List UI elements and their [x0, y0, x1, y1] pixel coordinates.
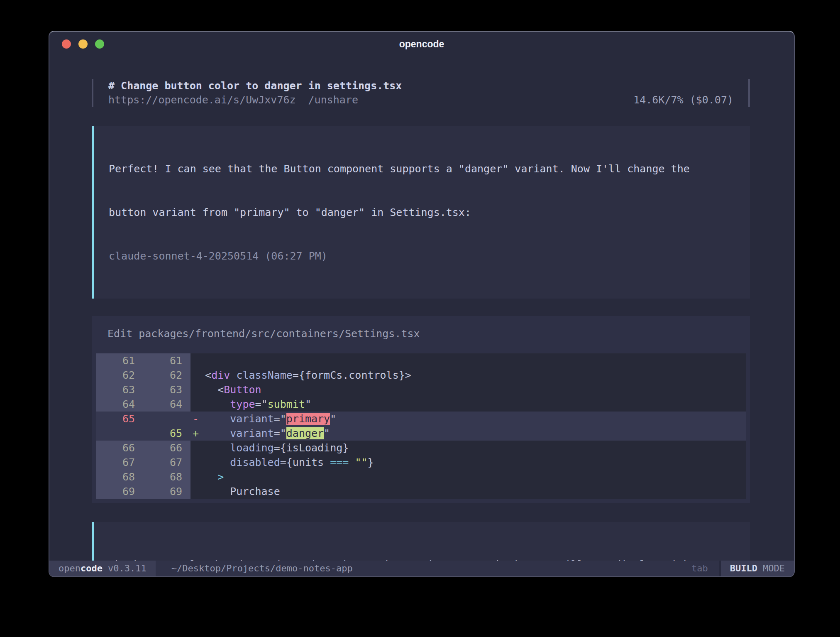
titlebar: opencode [49, 32, 794, 56]
status-bar: opencode v0.3.11 ~/Desktop/Projects/demo… [49, 561, 794, 576]
main-content: # Change button color to danger in setti… [49, 79, 794, 577]
message-line: button variant from "primary" to "danger… [109, 205, 737, 220]
working-directory: ~/Desktop/Projects/demo-notes-app [171, 561, 353, 576]
diff-row: 65+ variant="danger" [96, 426, 746, 441]
app-name-code: code [81, 561, 103, 576]
diff-marker: + [193, 426, 199, 441]
header-right-bar [748, 79, 750, 107]
app-name-open: open [59, 561, 81, 576]
diff-row: 6767 disabled={units === ""} [96, 455, 746, 470]
edit-tool-header: Edit packages/frontend/src/containers/Se… [92, 327, 750, 341]
diff-row: 6464 type="submit" [96, 397, 746, 412]
opencode-window: opencode # Change button color to danger… [49, 31, 795, 577]
session-header: # Change button color to danger in setti… [92, 79, 750, 107]
message-line: Perfect! I can see that the Button compo… [109, 162, 737, 176]
window-title: opencode [49, 32, 794, 56]
diff-row: 6262 <div className={formCs.controls}> [96, 368, 746, 382]
diff-row: 65- variant="primary" [96, 412, 746, 426]
unshare-command[interactable]: /unshare [308, 93, 358, 107]
mode-segment[interactable]: BUILD MODE [721, 561, 794, 576]
context-stats: 14.6K/7% ($0.07) [633, 93, 733, 107]
message-meta: claude-sonnet-4-20250514 (06:27 PM) [109, 249, 737, 263]
tab-key-hint: tab [691, 561, 708, 576]
diff-marker: - [193, 412, 199, 426]
app-version: v0.3.11 [108, 561, 147, 576]
assistant-message: Perfect! I can see that the Button compo… [92, 126, 750, 299]
app-version-segment: opencode v0.3.11 [49, 561, 156, 576]
diff-row: 6161 [96, 353, 746, 368]
diff-row: 6363 <Button [96, 382, 746, 397]
share-url-link[interactable]: https://opencode.ai/s/UwJxv76z [108, 93, 296, 107]
diff-table: 61616262 <div className={formCs.controls… [96, 353, 746, 499]
session-title: # Change button color to danger in setti… [108, 79, 402, 93]
diff-row: 6969 Purchase [96, 484, 746, 499]
mode-name: BUILD [730, 561, 757, 576]
diff-row: 6868 > [96, 470, 746, 484]
mode-suffix: MODE [763, 561, 785, 576]
edit-tool-block: Edit packages/frontend/src/containers/Se… [92, 316, 750, 503]
header-left-bar [92, 79, 93, 107]
diff-row: 6666 loading={isLoading} [96, 441, 746, 455]
